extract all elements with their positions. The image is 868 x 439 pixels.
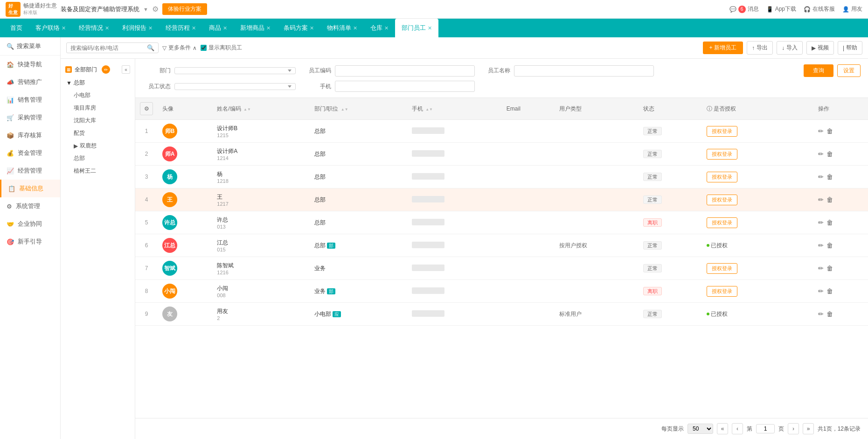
delete-btn[interactable]: 🗑	[826, 310, 833, 318]
import-btn[interactable]: ↓ 导入	[777, 41, 803, 55]
auth-login-btn[interactable]: 授权登录	[707, 217, 737, 228]
search-wrap[interactable]: 🔍	[66, 42, 159, 53]
th-phone[interactable]: 手机 ▲▼	[407, 98, 502, 120]
close-warehouse-icon[interactable]: ✕	[384, 25, 389, 31]
filter-dept-select[interactable]	[174, 67, 296, 74]
auth-login-btn[interactable]: 授权登录	[707, 172, 737, 182]
edit-btn[interactable]: ✏	[818, 242, 824, 249]
dept-node-shenyang[interactable]: 沈阳大库	[61, 114, 135, 127]
show-resigned-checkbox[interactable]	[201, 45, 207, 51]
tab-goods[interactable]: 商品✕	[202, 19, 234, 37]
tab-bom[interactable]: 物料清单✕	[320, 19, 364, 37]
edit-btn[interactable]: ✏	[818, 219, 824, 226]
delete-btn[interactable]: 🗑	[826, 127, 833, 135]
dept-node-xiaodian[interactable]: 小电部	[61, 89, 135, 102]
dept-node-peihu[interactable]: 配货	[61, 127, 135, 139]
last-page-btn[interactable]: »	[803, 423, 814, 434]
set-btn[interactable]: 设置	[837, 64, 861, 77]
add-employee-btn[interactable]: + 新增员工	[703, 42, 743, 54]
tab-customer[interactable]: 客户联络✕	[29, 19, 72, 37]
sidebar-item-system[interactable]: ⚙ 系统管理	[0, 197, 60, 215]
help-btn[interactable]: | 帮助	[838, 41, 862, 55]
system-title-dropdown[interactable]: ▼	[143, 7, 148, 12]
dept-node-project[interactable]: 项目库房	[61, 102, 135, 114]
column-settings-icon[interactable]: ⚙	[140, 102, 153, 115]
sidebar-search[interactable]: 🔍 搜索菜单	[0, 37, 60, 56]
view-btn[interactable]: ▶ 视频	[806, 41, 834, 55]
close-employees-icon[interactable]: ✕	[428, 25, 432, 31]
phone-input[interactable]	[335, 81, 475, 92]
tab-ops[interactable]: 经营情况✕	[72, 19, 116, 37]
edit-btn[interactable]: ✏	[818, 127, 824, 135]
first-page-btn[interactable]: «	[717, 423, 728, 434]
tab-barcode[interactable]: 条码方案✕	[277, 19, 320, 37]
delete-btn[interactable]: 🗑	[826, 287, 833, 295]
delete-btn[interactable]: 🗑	[826, 173, 833, 181]
close-goods-icon[interactable]: ✕	[223, 25, 227, 31]
delete-btn[interactable]: 🗑	[826, 242, 833, 249]
tab-new-goods[interactable]: 新增商品✕	[234, 19, 277, 37]
sidebar-item-corp[interactable]: 🤝 企业协同	[0, 215, 60, 233]
delete-btn[interactable]: 🗑	[826, 219, 833, 226]
tab-warehouse[interactable]: 仓库✕	[364, 19, 395, 37]
online-service-item[interactable]: 🎧 在线客服	[804, 5, 835, 13]
per-page-select[interactable]: 50 20 100	[687, 424, 713, 434]
dept-node-shuanglu[interactable]: ▶ 双鹿想	[61, 139, 135, 152]
all-dept-label[interactable]: 全部部门	[75, 66, 97, 74]
sidebar-item-nav[interactable]: 🏠 快捷导航	[0, 56, 60, 73]
sidebar-item-sales[interactable]: 📊 销售管理	[0, 91, 60, 109]
close-bom-icon[interactable]: ✕	[353, 25, 357, 31]
emp-name-input[interactable]	[514, 65, 654, 77]
edit-btn[interactable]: ✏	[818, 150, 824, 158]
page-input[interactable]	[756, 424, 775, 433]
edit-btn[interactable]: ✏	[818, 265, 824, 272]
auth-login-btn[interactable]: 授权登录	[707, 149, 737, 160]
prev-page-btn[interactable]: ‹	[732, 423, 743, 434]
tab-profit[interactable]: 利润报告✕	[116, 19, 159, 37]
close-profit-icon[interactable]: ✕	[148, 25, 153, 31]
dept-edit-icon[interactable]: ✏	[102, 65, 110, 74]
close-ops-icon[interactable]: ✕	[105, 25, 109, 31]
th-name[interactable]: 姓名/编码 ▲▼	[212, 98, 310, 120]
search-input[interactable]	[70, 45, 145, 51]
tab-employees[interactable]: 部门员工✕	[395, 19, 438, 37]
close-history-icon[interactable]: ✕	[192, 25, 196, 31]
settings-icon[interactable]: ⚙	[152, 5, 159, 14]
filter-status-select[interactable]	[174, 83, 296, 90]
sidebar-item-stock[interactable]: 📦 库存核算	[0, 126, 60, 144]
delete-btn[interactable]: 🗑	[826, 196, 833, 203]
query-btn[interactable]: 查询	[804, 64, 833, 77]
message-item[interactable]: 💬 6 消息	[729, 5, 759, 13]
edit-btn[interactable]: ✏	[818, 287, 824, 295]
edit-btn[interactable]: ✏	[818, 173, 824, 181]
delete-btn[interactable]: 🗑	[826, 150, 833, 158]
auth-login-btn[interactable]: 授权登录	[707, 195, 737, 205]
emp-code-input[interactable]	[335, 65, 475, 77]
app-download-item[interactable]: 📱 App下载	[766, 5, 796, 13]
trial-button[interactable]: 体验行业方案	[162, 3, 207, 15]
sidebar-item-ops[interactable]: 📈 经营管理	[0, 162, 60, 180]
sidebar-item-promo[interactable]: 📣 营销推广	[0, 73, 60, 91]
next-page-btn[interactable]: ›	[788, 423, 799, 434]
collapse-btn[interactable]: «	[122, 65, 130, 74]
tab-history[interactable]: 经营历程✕	[159, 19, 202, 37]
auth-login-btn[interactable]: 授权登录	[707, 263, 737, 274]
close-customer-icon[interactable]: ✕	[62, 25, 66, 31]
sidebar-item-purchase[interactable]: 🛒 采购管理	[0, 109, 60, 126]
dept-node-head[interactable]: ▼ 总部	[61, 77, 135, 89]
th-dept[interactable]: 部门/职位 ▲▼	[310, 98, 407, 120]
edit-btn[interactable]: ✏	[818, 310, 824, 318]
sidebar-item-guide[interactable]: 🎯 新手引导	[0, 233, 60, 251]
delete-btn[interactable]: 🗑	[826, 265, 833, 272]
search-btn-icon[interactable]: 🔍	[147, 44, 154, 51]
auth-login-btn[interactable]: 授权登录	[707, 286, 737, 297]
edit-btn[interactable]: ✏	[818, 196, 824, 203]
export-btn[interactable]: ↑ 导出	[747, 41, 773, 55]
dept-node-zongbu[interactable]: 总部	[61, 152, 135, 165]
close-barcode-icon[interactable]: ✕	[310, 25, 314, 31]
show-resigned-wrap[interactable]: 显示离职员工	[201, 44, 242, 52]
tab-home[interactable]: 首页	[4, 19, 29, 37]
close-new-goods-icon[interactable]: ✕	[266, 25, 271, 31]
auth-login-btn[interactable]: 授权登录	[707, 126, 737, 137]
sidebar-item-basic[interactable]: 📋 基础信息	[0, 180, 60, 197]
